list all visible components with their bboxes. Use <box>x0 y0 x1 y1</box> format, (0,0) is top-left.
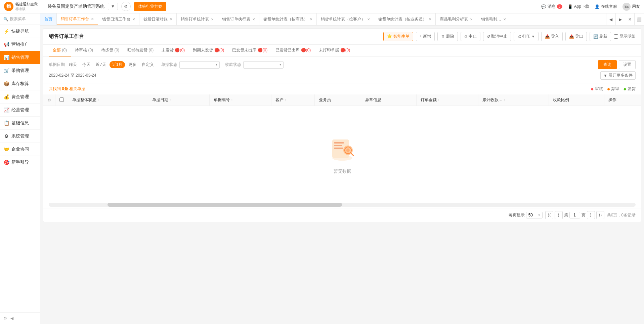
tab-by-staff-close[interactable]: ✕ <box>429 17 431 21</box>
delete-button[interactable]: 🗑 删除 <box>437 32 458 41</box>
sidebar-item-marketing[interactable]: 📢 营销推广 <box>0 38 40 51</box>
sub-tab-pending-review[interactable]: 待审核 (0) <box>71 45 97 56</box>
tab-home[interactable]: 首页 <box>40 13 57 25</box>
select-all-checkbox[interactable] <box>59 97 64 102</box>
tab-sales-order[interactable]: 销售订单工作台 ✕ <box>57 13 98 25</box>
sub-tab-wangpu-ship[interactable]: 旺铺待发货 (0) <box>123 45 158 56</box>
th-bill-date[interactable]: 单据日期 <box>148 94 210 106</box>
date-option-1month[interactable]: 近1月 <box>110 61 125 68</box>
th-bill-status[interactable]: 单据整体状态 <box>68 94 148 106</box>
ship-op[interactable]: ● 发货 <box>623 86 636 92</box>
smart-bill-button[interactable]: ⭐ 智能生单 <box>383 32 413 41</box>
settings-icon[interactable]: ⚙ <box>121 2 131 11</box>
sidebar-item-sales[interactable]: 📊 销售管理 <box>0 51 40 64</box>
date-option-more[interactable]: 更多 <box>126 61 138 68</box>
sidebar-item-basic[interactable]: 📋 基础信息 <box>0 117 40 130</box>
prev-page-btn[interactable]: ⟨ <box>555 211 563 219</box>
tab-sales-stat[interactable]: 销售订单统计表 ✕ <box>177 13 218 25</box>
date-option-today[interactable]: 今天 <box>80 61 92 68</box>
tab-maximize[interactable]: ⬜ <box>635 13 644 25</box>
review-op[interactable]: ● 审核 <box>591 86 603 92</box>
tab-scroll-left[interactable]: ◀ <box>606 13 616 25</box>
sub-tab-all[interactable]: 全部 (0) <box>49 45 71 56</box>
tab-sales-margin[interactable]: 销售毛利… ✕ <box>477 13 510 25</box>
tab-scroll-right[interactable]: ▶ <box>616 13 625 25</box>
tab-by-customer-close[interactable]: ✕ <box>367 17 370 21</box>
tab-sales-exec-close[interactable]: ✕ <box>252 17 255 21</box>
sub-tab-overdue-ship[interactable]: 到期未发货 🔴(0) <box>189 45 228 56</box>
show-detail-check[interactable] <box>614 34 618 39</box>
sub-tab-shipped-not-out[interactable]: 已发货未出库 🔴(0) <box>228 45 271 56</box>
next-page-btn[interactable]: ⟩ <box>587 211 595 219</box>
sidebar-item-finance[interactable]: 💰 资金管理 <box>0 90 40 104</box>
tab-sales-by-staff[interactable]: 销货单统计表（按业务员） ✕ <box>374 13 436 25</box>
query-button[interactable]: 查询 <box>598 60 617 69</box>
date-option-custom[interactable]: 自定义 <box>140 61 156 68</box>
date-option-7days[interactable]: 近7天 <box>94 61 108 68</box>
date-option-yesterday[interactable]: 昨天 <box>67 61 79 68</box>
sub-tab-shipped-out[interactable]: 已发货已出库 🔴(0) <box>271 45 315 56</box>
th-collected[interactable]: 累计收款… <box>478 94 549 106</box>
tab-sales-by-goods[interactable]: 销货单统计表（按商品） ✕ <box>259 13 317 25</box>
sidebar-item-purchase[interactable]: 🛒 采购管理 <box>0 64 40 77</box>
system-dropdown[interactable]: ▼ <box>108 3 118 10</box>
import-button[interactable]: 📥 导入 <box>541 32 563 41</box>
user-area[interactable]: Ea 用友 <box>622 3 640 11</box>
th-checkbox[interactable] <box>55 94 68 106</box>
tab-sales-stat-close[interactable]: ✕ <box>211 17 214 21</box>
sub-tab-not-shipped[interactable]: 未发货 🔴(0) <box>158 45 189 56</box>
th-order-amount[interactable]: 订单金额 <box>416 94 478 106</box>
sub-tab-pending-pick[interactable]: 待拣货 (0) <box>97 45 123 56</box>
tab-sales-order-close[interactable]: ✕ <box>91 17 94 21</box>
th-customer[interactable]: 客户 <box>271 94 315 106</box>
sidebar-item-operations[interactable]: 📈 经营管理 <box>0 104 40 117</box>
th-gear[interactable]: ⚙ <box>43 94 55 106</box>
sub-tab-not-printed[interactable]: 未打印单据 🔴(0) <box>315 45 354 56</box>
refresh-button[interactable]: 🔄 刷新 <box>590 32 611 41</box>
print-button[interactable]: 🖨 打印 ▼ <box>514 32 539 41</box>
page-size-select[interactable]: 10 20 50 100 <box>526 212 543 218</box>
tab-cash-daily[interactable]: 钱货日清工作台 ✕ <box>98 13 139 25</box>
expand-filters-button[interactable]: ▼ 展开更多条件 <box>600 71 636 80</box>
add-button[interactable]: + 新增 <box>416 32 435 41</box>
export-button[interactable]: 📤 导出 <box>565 32 587 41</box>
sidebar-item-nav[interactable]: ⚡ 快捷导航 <box>0 25 40 38</box>
sidebar-item-collab[interactable]: 🤝 企业协同 <box>0 143 40 156</box>
th-staff[interactable]: 业务员 <box>315 94 361 106</box>
horizontal-scrollbar[interactable] <box>49 203 636 207</box>
scroll-thumb[interactable] <box>108 203 342 207</box>
tab-reconcile[interactable]: 钱货日清对账 ✕ <box>139 13 177 25</box>
status-select[interactable] <box>179 61 220 69</box>
page-number-input[interactable] <box>569 212 580 218</box>
sidebar-item-inventory[interactable]: 📦 库存核算 <box>0 77 40 90</box>
messages-action[interactable]: 💬 消息 6 <box>541 4 562 9</box>
show-detail-checkbox[interactable]: 显示明细 <box>614 34 636 39</box>
tab-by-goods-close[interactable]: ✕ <box>310 17 312 21</box>
sidebar-collapse-btn[interactable]: ◀ <box>10 316 13 321</box>
first-page-btn[interactable]: ⟨⟨ <box>545 211 553 219</box>
tab-gross-profit[interactable]: 商品毛利分析表 ✕ <box>436 13 477 25</box>
industry-button[interactable]: 体验行业方案 <box>134 2 166 11</box>
app-download-action[interactable]: 📱 App下载 <box>568 4 589 9</box>
tab-close-all[interactable]: ✕ <box>625 13 635 25</box>
tab-reconcile-close[interactable]: ✕ <box>170 17 172 21</box>
sidebar-settings-btn[interactable]: ⚙ <box>3 316 7 321</box>
cancel-stop-button[interactable]: ↺ 取消中止 <box>483 32 511 41</box>
th-bill-number[interactable]: 单据编号 <box>210 94 271 106</box>
tab-cash-daily-close[interactable]: ✕ <box>132 17 135 21</box>
tab-sales-by-customer[interactable]: 销货单统计表（按客户） ✕ <box>317 13 374 25</box>
sidebar-item-system[interactable]: ⚙ 系统管理 <box>0 130 40 143</box>
online-service-action[interactable]: 👤 在线客服 <box>595 4 617 9</box>
sidebar-item-guide[interactable]: 🎯 新手引导 <box>0 156 40 169</box>
payment-select[interactable] <box>243 61 284 69</box>
cancel-review-op[interactable]: ● 弃审 <box>607 86 619 92</box>
tab-gross-profit-close[interactable]: ✕ <box>470 17 473 21</box>
tab-sales-exec[interactable]: 销售订单执行表 ✕ <box>218 13 259 25</box>
sidebar-search[interactable]: 🔍 搜索菜单 <box>0 13 40 25</box>
import-icon: 📥 <box>545 34 550 39</box>
payment-filter-label: 收款状态 <box>225 62 241 68</box>
stop-button[interactable]: ⊘ 中止 <box>461 32 480 41</box>
settings-button[interactable]: 设置 <box>619 60 636 69</box>
tab-sales-margin-close[interactable]: ✕ <box>503 17 506 21</box>
last-page-btn[interactable]: ⟩⟩ <box>596 211 604 219</box>
